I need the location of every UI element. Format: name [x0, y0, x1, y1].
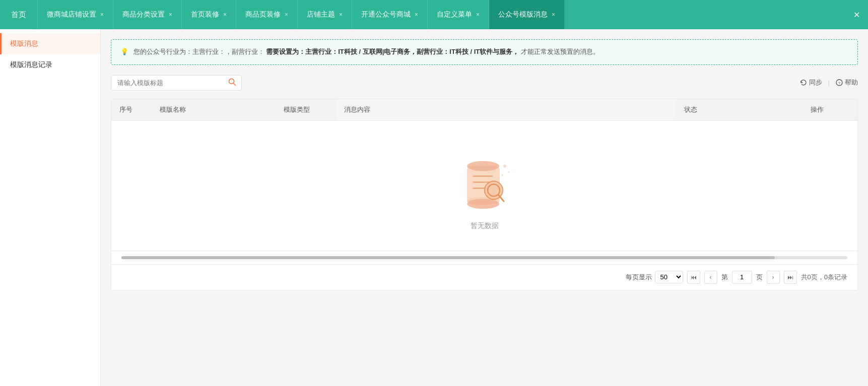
- nav-label-open-mall: 开通公众号商城: [361, 10, 411, 19]
- page-first-button[interactable]: ⏮: [687, 271, 700, 284]
- col-name: 模版名称: [152, 99, 276, 120]
- page-last-button[interactable]: ⏭: [784, 271, 797, 284]
- pagination: 每页显示 50 10 20 100 ⏮ ‹ 第 页 › ⏭ 共0页，0条记录: [111, 264, 857, 290]
- nav-close-shop-theme[interactable]: ×: [339, 11, 343, 18]
- svg-point-6: [467, 161, 499, 171]
- toolbar-right: 同步 | ? 帮助: [800, 78, 858, 87]
- col-seq: 序号: [111, 99, 152, 120]
- page-prev-button[interactable]: ‹: [704, 271, 717, 284]
- empty-illustration: [454, 151, 515, 211]
- main-layout: 模版消息 模版消息记录 💡 您的公众号行业为：主营行业：，副营行业： 需要设置为…: [0, 29, 868, 386]
- notice-suffix: 才能正常发送预置的消息。: [521, 48, 599, 55]
- search-icon: [228, 78, 236, 86]
- search-bar: 同步 | ? 帮助: [111, 75, 858, 91]
- nav-item-goods-decor[interactable]: 商品页装修 ×: [236, 0, 298, 29]
- nav-label-custom-menu: 自定义菜单: [437, 10, 472, 19]
- nav-close-template-msg[interactable]: ×: [552, 11, 555, 18]
- sync-label: 同步: [809, 78, 822, 87]
- nav-item-home[interactable]: 首页: [0, 0, 38, 29]
- notice-highlight: 需要设置为：主营行业：IT科技 / 互联网|电子商务，副营行业：IT科技 / I…: [266, 48, 519, 55]
- nav-item-home-decor[interactable]: 首页装修 ×: [182, 0, 236, 29]
- nav-label-goods-cat: 商品分类设置: [122, 10, 165, 19]
- search-input-wrap: [111, 75, 242, 91]
- help-button[interactable]: ? 帮助: [836, 78, 858, 87]
- per-page-select[interactable]: 50 10 20 100: [655, 271, 683, 283]
- toolbar-divider: |: [828, 79, 830, 87]
- nav-item-template-msg[interactable]: 公众号模版消息 ×: [489, 0, 565, 29]
- horizontal-scrollbar-area: [111, 251, 857, 264]
- help-label: 帮助: [845, 78, 858, 87]
- per-page-label: 每页显示: [626, 273, 652, 282]
- page-next-button[interactable]: ›: [767, 271, 780, 284]
- sidebar-item-template-message-label: 模版消息: [10, 39, 38, 47]
- nav-item-goods-category[interactable]: 商品分类设置 ×: [113, 0, 182, 29]
- svg-line-1: [234, 83, 236, 85]
- col-status: 状态: [676, 99, 777, 120]
- horizontal-scrollbar[interactable]: [121, 256, 847, 259]
- page-input[interactable]: [732, 271, 752, 284]
- notice-box: 💡 您的公众号行业为：主营行业：，副营行业： 需要设置为：主营行业：IT科技 /…: [111, 39, 858, 65]
- page-suffix: 页: [756, 273, 763, 282]
- svg-point-14: [503, 165, 506, 168]
- nav-label-wshop: 微商城店铺设置: [47, 10, 96, 19]
- sync-button[interactable]: 同步: [800, 78, 822, 87]
- nav-close-goods-cat[interactable]: ×: [169, 11, 172, 18]
- help-icon: ?: [836, 79, 843, 86]
- table-header: 序号 模版名称 模版类型 消息内容 状态 操作: [111, 99, 857, 121]
- notice-icon: 💡: [120, 48, 128, 55]
- page-label: 第: [721, 273, 728, 282]
- notice-prefix: 您的公众号行业为：主营行业：，副营行业：: [133, 48, 264, 55]
- per-page-wrap: 每页显示 50 10 20 100: [626, 271, 683, 283]
- nav-label-home-decor: 首页装修: [191, 10, 219, 19]
- nav-item-home-label: 首页: [11, 10, 26, 20]
- page-total: 共0页，0条记录: [801, 273, 847, 282]
- search-input[interactable]: [111, 75, 223, 90]
- nav-close-goods-decor[interactable]: ×: [285, 11, 288, 18]
- nav-close-open-mall[interactable]: ×: [415, 11, 418, 18]
- col-ops: 操作: [777, 99, 857, 120]
- search-button[interactable]: [223, 78, 241, 88]
- data-table: 序号 模版名称 模版类型 消息内容 状态 操作: [111, 99, 858, 290]
- col-content: 消息内容: [336, 99, 676, 120]
- sidebar-item-template-message-log[interactable]: 模版消息记录: [0, 54, 100, 75]
- top-nav: 首页 微商城店铺设置 × 商品分类设置 × 首页装修 × 商品页装修 × 店铺主…: [0, 0, 868, 29]
- nav-close-wshop[interactable]: ×: [100, 11, 104, 18]
- nav-label-shop-theme: 店铺主题: [307, 10, 335, 19]
- nav-label-template-msg: 公众号模版消息: [498, 10, 548, 19]
- nav-close-home-decor[interactable]: ×: [223, 11, 227, 18]
- svg-point-16: [501, 174, 503, 176]
- nav-label-goods-decor: 商品页装修: [245, 10, 281, 19]
- col-type: 模版类型: [276, 99, 336, 120]
- sidebar: 模版消息 模版消息记录: [0, 29, 101, 386]
- nav-item-open-mall[interactable]: 开通公众号商城 ×: [352, 0, 428, 29]
- nav-close-custom-menu[interactable]: ×: [476, 11, 480, 18]
- nav-item-wshop-setting[interactable]: 微商城店铺设置 ×: [38, 0, 113, 29]
- sidebar-item-template-message[interactable]: 模版消息: [0, 33, 100, 54]
- svg-point-15: [508, 171, 510, 173]
- svg-text:?: ?: [838, 81, 841, 86]
- nav-item-shop-theme[interactable]: 店铺主题 ×: [298, 0, 352, 29]
- content-area: 💡 您的公众号行业为：主营行业：，副营行业： 需要设置为：主营行业：IT科技 /…: [101, 29, 868, 386]
- sidebar-item-template-log-label: 模版消息记录: [10, 60, 52, 68]
- nav-close-all-button[interactable]: ✕: [845, 0, 868, 29]
- empty-text: 暂无数据: [471, 221, 499, 230]
- empty-state: 暂无数据: [111, 121, 857, 251]
- scrollbar-thumb: [121, 256, 775, 259]
- svg-point-7: [467, 199, 499, 209]
- sync-icon: [800, 79, 807, 86]
- nav-item-custom-menu[interactable]: 自定义菜单 ×: [428, 0, 489, 29]
